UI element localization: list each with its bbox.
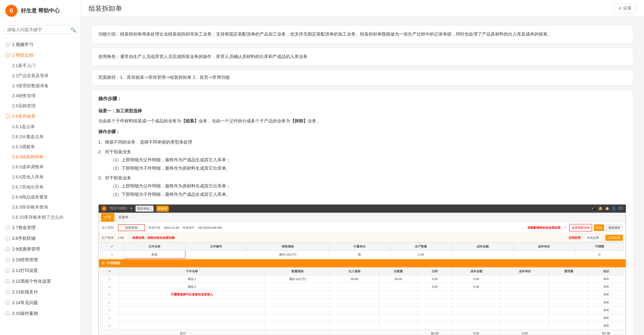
bcell-7-extra[interactable]: ⚙☒ xyxy=(588,322,624,330)
search-input[interactable] xyxy=(4,25,78,34)
main-content: 组装拆卸单 ↗ 分享 功能介绍：组装拆卸单用来处理企业组装或拆卸等加工业务，支持… xyxy=(80,0,644,335)
bcell-2-out-spec xyxy=(330,283,379,291)
bcell-3-check[interactable]: □ xyxy=(101,291,119,298)
form-type-select[interactable]: 组装/拆卸 xyxy=(118,224,145,231)
sidebar-item-purchase[interactable]: 2.5采购管理 xyxy=(0,101,80,111)
bcell-2-check[interactable]: □ xyxy=(101,283,119,291)
step3: 3、对于拆装业务 xyxy=(98,174,626,182)
sidebar-item-mobile[interactable]: ＋ 2.8手机旺铺 xyxy=(0,233,80,244)
form-date-value: 2019-12-26 xyxy=(164,225,179,230)
sidebar-item-other-out[interactable]: 2.6.7其他出库单 xyxy=(0,182,80,192)
bcell-6-extra[interactable]: ⚙☒ xyxy=(588,314,624,322)
plus-icon-ops: ＋ xyxy=(5,258,10,262)
role-intro-text: 使用角色：通常由生产人员或库管人员完成拆装业务的操作，库管人员确认原材料的出库和… xyxy=(98,54,308,59)
bcell-7-check[interactable]: □ xyxy=(101,322,119,330)
step2: 2、对于组装业务 xyxy=(98,148,626,156)
sidebar-item-cases[interactable]: ＋ 2.15操作案例 xyxy=(0,308,80,319)
bcell-1-req-qty xyxy=(549,275,588,283)
bcell-1-check[interactable]: □ xyxy=(101,275,119,283)
sidebar-item-cost-calc[interactable]: 2.6.8商品成本重算 xyxy=(0,192,80,202)
bcell-6-name[interactable] xyxy=(119,314,265,322)
sidebar-item-new-user[interactable]: 2.1新手入门 xyxy=(0,61,80,71)
step2-1: （1）上部明细为父件明细，最终作为产成品生成其它入库单； xyxy=(110,156,626,164)
sidebar-item-customize[interactable]: ＋ 2.12系统个性化设置 xyxy=(0,276,80,287)
toggle-bar[interactable]: ☰ 子件明细 xyxy=(99,259,626,267)
form-type-label: 加工类型: xyxy=(102,225,115,230)
sidebar-item-docs[interactable]: － 2.帮助文档 xyxy=(0,50,80,61)
sidebar-item-data-prep[interactable]: 2.3使用前数据准备 xyxy=(0,81,80,91)
bcell-4-req-qty xyxy=(549,298,588,306)
bcell-3-name[interactable]: 不需要选择可以直接在这里录入 xyxy=(119,291,265,298)
sidebar-item-inventory[interactable]: － 2.6库存核算 xyxy=(0,111,80,122)
sub-label: 生产数量: xyxy=(102,235,115,240)
sidebar-item-online-pay[interactable]: ＋ 2.13在线支付 xyxy=(0,287,80,297)
sidebar-item-assembly[interactable]: 2.6.4组装拆卸单 xyxy=(0,152,80,162)
sidebar-item-sub-count[interactable]: 2.6.2分量盘点单 xyxy=(0,132,80,142)
bcell-3-extra[interactable]: ⚙☒ xyxy=(588,291,624,298)
red-outlined-btn[interactable]: 选择装配清单 xyxy=(569,224,592,231)
footer-blank5: 0.00 xyxy=(500,330,549,335)
bcell-6-qty-spec xyxy=(265,314,330,322)
bcell-5-extra[interactable]: ⚙☒ xyxy=(588,306,624,314)
bcell-7-name[interactable] xyxy=(119,322,265,330)
screen-btn-prev[interactable]: 预览单据... xyxy=(136,206,154,212)
app-icon-2: 🔔 xyxy=(598,206,602,212)
bcell-5-material xyxy=(418,306,452,314)
plus-icon: ＋ xyxy=(5,42,10,47)
share-button[interactable]: ↗ 分享 xyxy=(613,3,636,13)
bcell-4-check[interactable]: □ xyxy=(101,298,119,306)
bcell-5-name[interactable] xyxy=(119,306,265,314)
bcol-cost-price: 成本单价 xyxy=(500,267,549,275)
sub-input[interactable]: 补充品用 xyxy=(584,234,602,241)
bcell-5-cost-price xyxy=(500,306,549,314)
toggle-icon: ☰ xyxy=(102,260,105,266)
cell-check-1[interactable]: □ xyxy=(101,250,124,258)
bcell-5-check[interactable]: □ xyxy=(101,306,119,314)
bcell-2-extra[interactable]: ⚙☒ xyxy=(588,283,624,291)
form-date-label: 单据日期 xyxy=(148,225,160,230)
bcell-2-name[interactable]: 商品 2 xyxy=(119,283,265,291)
sidebar-item-adjust[interactable]: 2.6.3调拨单 xyxy=(0,142,80,152)
footer-blank7: RX 按 xyxy=(588,330,624,335)
plus-icon-customize: ＋ xyxy=(5,279,10,284)
search-box[interactable]: 🔍 xyxy=(0,22,80,38)
sidebar-item-other-in[interactable]: 2.6.6其他入库单 xyxy=(0,172,80,182)
form-order-label: 单据编号 xyxy=(182,225,195,230)
sidebar-item-sales[interactable]: 2.4销售管理 xyxy=(0,91,80,101)
sidebar-item-install[interactable]: 2.2产品安装及登录 xyxy=(0,71,80,81)
screen-action-btn[interactable]: 审核 xyxy=(594,224,604,231)
cell-parent-name-1[interactable]: 米油 xyxy=(124,250,185,258)
bcell-4-name[interactable] xyxy=(119,298,265,306)
screen-new-tab[interactable]: 新建单 xyxy=(156,206,169,212)
sidebar-item-finance[interactable]: ＋ 2.7资金管理 xyxy=(0,222,80,233)
sidebar-item-faq[interactable]: ＋ 2.14常见问题 xyxy=(0,297,80,308)
bcell-6-check[interactable]: □ xyxy=(101,314,119,322)
sidebar-item-print[interactable]: ＋ 2.11打印设置 xyxy=(0,265,80,276)
footer-blank4: 0.00 xyxy=(452,330,500,335)
inner-tab-active[interactable]: 自营 xyxy=(101,213,114,222)
inner-tab-new[interactable]: 新建单 xyxy=(115,213,132,222)
sidebar-item-stock-err[interactable]: 2.6.10库存账本错了怎么办 xyxy=(0,212,80,222)
bcol-name: 子件名称 xyxy=(119,267,265,275)
bcol-check: ✓ xyxy=(101,267,119,275)
plus-icon-print: ＋ xyxy=(5,268,10,273)
bcell-4-cost-price xyxy=(500,298,549,306)
cell-qty-1: 1.00 xyxy=(390,250,452,258)
cell-adj-1[interactable]: ☑ xyxy=(575,250,624,258)
bcell-4-extra[interactable]: ⚙☒ xyxy=(588,298,624,306)
sidebar-item-cost-adjust[interactable]: 2.6.5成本调整单 xyxy=(0,162,80,172)
sidebar-item-stock-count[interactable]: 2.6.1盘点单 xyxy=(0,122,80,132)
func-intro-text: 功能介绍：组装拆卸单用来处理企业组装或拆卸等加工业务，支持有固定装配清单的产品加… xyxy=(98,32,552,37)
bcell-1-extra[interactable]: ⚙☒ xyxy=(588,275,624,283)
sidebar-item-coupon[interactable]: ＋ 2.9优惠券管理 xyxy=(0,244,80,255)
bottom-table-container: ✓ 子件名称 数量规格 出入规格 出数量 出料 成本金额 成本单价 需用量 xyxy=(99,267,626,335)
bcell-4-material xyxy=(418,298,452,306)
sidebar-item-stock-query[interactable]: 2.6.9库存账本查询 xyxy=(0,202,80,212)
bcell-7-out-spec xyxy=(330,322,379,330)
confirm-btn[interactable]: 立即处理 xyxy=(605,235,623,241)
sidebar-item-ops[interactable]: ＋ 2.10经营管理 xyxy=(0,255,80,265)
screen-more-btn[interactable]: 更多操作 xyxy=(606,224,623,231)
sidebar-item-video[interactable]: ＋ 1.视频学习 xyxy=(0,39,80,50)
footer-blank2 xyxy=(330,330,379,335)
bcell-1-name[interactable]: 商品 1 xyxy=(119,275,265,283)
